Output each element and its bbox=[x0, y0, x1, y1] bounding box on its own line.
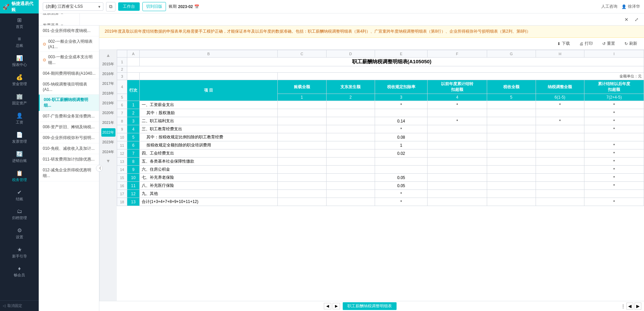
topbar-right: 人工咨询 👤 徐泽华 bbox=[601, 4, 640, 9]
year-btn-2023年[interactable]: 2023年 bbox=[101, 138, 115, 146]
print-button[interactable]: 🖨 打印 bbox=[577, 40, 596, 47]
sheet-tab-职工薪酬纳税调整明细表[interactable]: 职工薪酬纳税调整明细表 bbox=[343, 302, 397, 310]
leftnav-item-002[interactable]: ⊙002-一般企业收入明细表(A1... bbox=[39, 36, 99, 52]
table-row: 10 5 其中：按税收规定比例扣除的职工教育经费 0.08 bbox=[117, 133, 644, 141]
old-version-button[interactable]: 切到旧版 bbox=[142, 2, 166, 11]
year-btn-2018年[interactable]: 2018年 bbox=[101, 89, 115, 98]
sidebar-item-tax_mgmt[interactable]: 📋税务管理 bbox=[0, 167, 39, 186]
company-name: (勿删) 江西睿宝-LSS bbox=[46, 4, 83, 9]
col-g-header: G bbox=[487, 50, 536, 58]
refresh-icon: ↻ bbox=[624, 41, 628, 46]
year-up-arrow[interactable]: ▲ bbox=[105, 51, 112, 59]
leftnav-item-012[interactable]: 012-减免企业所得税优惠明细... bbox=[39, 165, 99, 181]
invoice_mgmt-icon: 📄 bbox=[16, 132, 23, 138]
sidebar-item-sales_purchase[interactable]: 🔄进销台账 bbox=[0, 147, 39, 167]
bottom-bar: ◀ ▶ 职工薪酬纳税调整明细表 ⋮ ◀ ▶ bbox=[99, 301, 644, 311]
table-row: 14 9 六、住房公积金 * bbox=[117, 166, 644, 174]
scroll-right-btn[interactable]: ▶ bbox=[333, 303, 340, 309]
leftnav-item-001[interactable]: 001-企业所得税年度纳税... bbox=[39, 26, 99, 36]
year-btn-2020年[interactable]: 2020年 bbox=[101, 109, 115, 117]
row-1: 1 bbox=[117, 58, 127, 66]
content: 001-企业所得税年度纳税...⊙002-一般企业收入明细表(A1...⊙003… bbox=[39, 26, 644, 311]
sidebar-item-close_period[interactable]: ✔结账 bbox=[0, 186, 39, 205]
service-btn[interactable]: 人工咨询 bbox=[601, 4, 617, 9]
tab-expand[interactable]: ⤢ bbox=[632, 15, 641, 24]
sidebar-label-fund_mgmt: 资金管理 bbox=[12, 81, 27, 87]
sidebar-item-new_guide[interactable]: ★新手引导 bbox=[0, 243, 39, 262]
user-avatar[interactable]: 👤 徐泽华 bbox=[621, 4, 640, 9]
leftnav-item-008[interactable]: 008-资产折旧、摊销及纳税... bbox=[39, 122, 99, 133]
user-name: 徐泽华 bbox=[628, 4, 640, 9]
company-dropdown-arrow: ▾ bbox=[98, 4, 100, 9]
scroll-left-btn[interactable]: ◀ bbox=[324, 303, 331, 309]
sidebar-label-settings: 设置 bbox=[16, 235, 23, 240]
fund_mgmt-icon: 💰 bbox=[16, 74, 23, 80]
year-btn-2015年[interactable]: 2015年 bbox=[101, 60, 115, 68]
tab-close-invoice_calc[interactable]: ✕ bbox=[61, 13, 63, 15]
sheet-scroll-right[interactable]: ▶ bbox=[635, 303, 641, 310]
leftnav-item-011[interactable]: 011-研发费用加计扣除优惠... bbox=[39, 154, 99, 165]
year-btn-2024年[interactable]: 2024年 bbox=[101, 148, 115, 156]
year-btn-2019年[interactable]: 2019年 bbox=[101, 99, 115, 107]
sidebar-item-member[interactable]: ♦畅会员 bbox=[0, 262, 39, 281]
table-title: 职工薪酬纳税调整明细表(A105050) bbox=[140, 58, 644, 66]
archive-icon: 🗂 bbox=[17, 208, 22, 214]
main-area: (勿删) 江西睿宝-LSS ▾ ⧉ 工作台 切到旧版 账期 2023-02 📅 … bbox=[39, 0, 644, 311]
leftnav-item-005[interactable]: 005-纳税调整项目明细表(A1... bbox=[39, 79, 99, 95]
year-btn-2022年[interactable]: 2022年 bbox=[101, 128, 115, 137]
leftnav-item-010[interactable]: 010-免税、减收收入及加计... bbox=[39, 143, 99, 154]
refresh-button[interactable]: ↻ 刷新 bbox=[622, 40, 640, 47]
tab-close-all[interactable]: ✕ bbox=[622, 15, 631, 24]
sidebar-item-fixed_assets[interactable]: 🏢固定资产 bbox=[0, 90, 39, 109]
year-btn-2021年[interactable]: 2021年 bbox=[101, 118, 115, 127]
workbench-button[interactable]: 工作台 bbox=[118, 2, 140, 11]
tab-invoice_calc[interactable]: 发票测算✕ bbox=[39, 13, 80, 20]
header-c: 账载全额 bbox=[277, 80, 326, 94]
topbar: (勿删) 江西睿宝-LSS ▾ ⧉ 工作台 切到旧版 账期 2023-02 📅 … bbox=[39, 0, 644, 13]
sidebar-item-general_ledger[interactable]: ≡总账 bbox=[0, 33, 39, 51]
col-i-header: I bbox=[584, 50, 644, 58]
col-e-header: E bbox=[375, 50, 428, 58]
company-selector[interactable]: (勿删) 江西睿宝-LSS ▾ bbox=[43, 2, 103, 11]
leftnav-label-011: 011-研发费用加计扣除优惠... bbox=[43, 157, 95, 162]
sidebar-item-fund_mgmt[interactable]: 💰资金管理 bbox=[0, 71, 39, 90]
sheet-scroll-left[interactable]: ◀ bbox=[626, 303, 633, 310]
leftnav-item-004[interactable]: 004-期间费用明细表(A1040... bbox=[39, 68, 99, 79]
sidebar-label-member: 畅会员 bbox=[14, 273, 25, 278]
period-edit-icon[interactable]: 📅 bbox=[194, 4, 199, 9]
app-name: 畅捷通易代账 bbox=[11, 1, 36, 13]
sidebar-label-archive: 归档管理 bbox=[12, 215, 27, 220]
sidebar-item-invoice_mgmt[interactable]: 📄发票管理 bbox=[0, 128, 39, 147]
year-down-arrow[interactable]: ▼ bbox=[105, 157, 112, 165]
cancel-fixed-btn[interactable]: ◁ 取消固定 bbox=[0, 301, 39, 311]
sidebar-item-payroll[interactable]: 👤工资 bbox=[0, 109, 39, 128]
warn-icon-003: ⊙ bbox=[43, 58, 46, 62]
sidebar-item-report_center[interactable]: 📊报表中心 bbox=[0, 51, 39, 71]
sidebar-label-invoice_mgmt: 发票管理 bbox=[12, 139, 27, 144]
leftnav-item-003[interactable]: ⊙003-一般企业成本支出明细... bbox=[39, 52, 99, 68]
sidebar-item-archive[interactable]: 🗂归档管理 bbox=[0, 205, 39, 224]
sidebar-item-home[interactable]: ⊞首页 bbox=[0, 13, 39, 33]
leftnav: 001-企业所得税年度纳税...⊙002-一般企业收入明细表(A1...⊙003… bbox=[39, 26, 99, 311]
year-btn-2017年[interactable]: 2017年 bbox=[101, 79, 115, 88]
year-btn-2016年[interactable]: 2016年 bbox=[101, 70, 115, 78]
sub-header-f: 4 bbox=[428, 94, 487, 101]
sheet-tabs: 职工薪酬纳税调整明细表 bbox=[343, 302, 397, 310]
tabbar: 首页工资表✕工资统计报表✕发票✕发票测算✕发票开具✕进销稽核✕进销台账✕税表清册… bbox=[39, 13, 644, 26]
copy-icon-btn[interactable]: ⧉ bbox=[106, 2, 115, 11]
tab-invoice_open[interactable]: 发票开具✕ bbox=[39, 20, 80, 26]
corner-cell bbox=[117, 50, 127, 58]
spreadsheet-container[interactable]: A B C D E F G H I 1 bbox=[117, 50, 644, 301]
close_period-icon: ✔ bbox=[17, 189, 22, 196]
sidebar-label-payroll: 工资 bbox=[16, 120, 23, 125]
leftnav-item-009[interactable]: 009-企业所得税弥补亏损明... bbox=[39, 133, 99, 143]
leftnav-item-007[interactable]: 007-广告费和业务宣传费跨... bbox=[39, 111, 99, 122]
leftnav-item-006[interactable]: 006-职工薪酬纳税调整明细... bbox=[39, 95, 99, 111]
sidebar-bottom: ◁ 取消固定 bbox=[0, 300, 39, 311]
sub-header-e: 3 bbox=[375, 94, 428, 101]
collapse-button[interactable]: 《 bbox=[96, 165, 103, 172]
reset-button[interactable]: ↺ 重置 bbox=[600, 40, 618, 47]
download-button[interactable]: ⬇ 下载 bbox=[554, 40, 573, 47]
tab-label-invoice_open: 发票开具 bbox=[43, 23, 59, 26]
sidebar-item-settings[interactable]: ⚙设置 bbox=[0, 224, 39, 243]
